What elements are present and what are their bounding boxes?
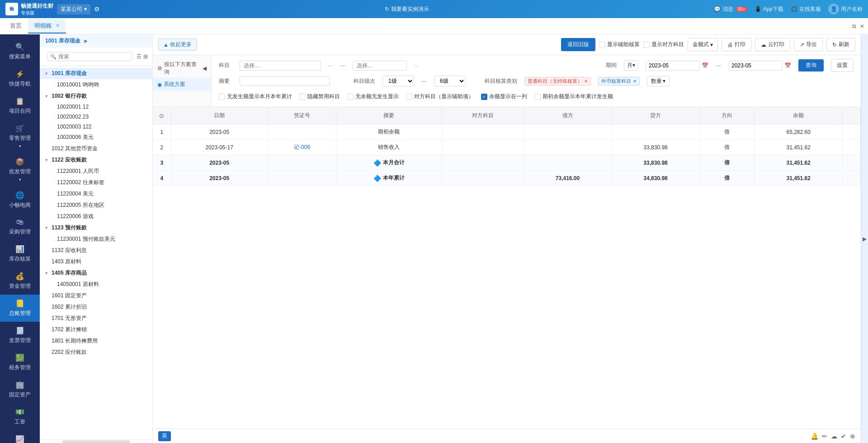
currency-dropdown[interactable]: 金额式 ▾ — [688, 38, 718, 51]
sidebar-item-search[interactable]: 🔍 搜索菜单 — [0, 38, 40, 65]
cb-balance-one-col[interactable]: ✓ 余额显示在一列 — [481, 93, 527, 100]
sidebar-item-invoice[interactable]: 🧾 发票管理 — [0, 322, 40, 349]
tree-node-14050001[interactable]: 14050001 原材料 — [40, 279, 152, 290]
nav-arrow-icon[interactable]: ➤ — [83, 38, 88, 44]
tree-node-1122[interactable]: ▾ 1122 应收账款 — [40, 154, 152, 166]
row-voucher-2[interactable]: 记-006 — [268, 140, 336, 155]
sidebar-item-business[interactable]: 📈 经营管理 — [0, 430, 40, 443]
tag-foreign-close[interactable]: ✕ — [633, 79, 637, 84]
cb-no-balance[interactable]: 无余额无发生显示 — [347, 93, 399, 100]
refresh-btn[interactable]: ↻ 刷新 — [826, 38, 855, 51]
tree-node-1602[interactable]: 1602 累计折旧 — [40, 301, 152, 313]
tree-node-1132[interactable]: 1132 应收利息 — [40, 245, 152, 256]
tree-node-10020001[interactable]: 10020001 12 — [40, 102, 152, 112]
tree-node-11220001[interactable]: 11220001 人民币 — [40, 166, 152, 177]
cloud-print-btn[interactable]: ☁ 云打印 — [755, 38, 790, 51]
app-download-action[interactable]: 📱 App下载 — [755, 5, 783, 13]
tree-node-11220005[interactable]: 11220005 所在地区 — [40, 200, 152, 211]
export-btn[interactable]: ↗ 导出 — [794, 38, 823, 51]
table-settings-icon[interactable]: ⚙ — [159, 112, 165, 119]
tree-list-icon[interactable]: ☰ — [136, 52, 142, 61]
tree-search-input[interactable] — [58, 53, 129, 60]
tab-home[interactable]: 首页 — [4, 19, 28, 33]
tag-foreign[interactable]: 外币核算科目 ✕ — [598, 77, 640, 86]
tab-window-icon[interactable]: ⧉ — [852, 23, 856, 29]
tree-node-11220004[interactable]: 11220004 美元 — [40, 188, 152, 200]
period-to-input[interactable] — [728, 61, 783, 71]
tree-node-1801[interactable]: 1801 长期待摊费用 — [40, 335, 152, 347]
cb-hide-disabled[interactable]: 隐藏禁用科目 — [299, 93, 340, 100]
sidebar-item-inventory[interactable]: 📊 库存核算 — [0, 240, 40, 267]
right-collapse-panel[interactable]: ▶ — [861, 34, 868, 443]
show-aux-checkbox[interactable]: 显示辅助核算 — [599, 41, 640, 48]
quantity-dropdown[interactable]: 数量 ▾ — [647, 76, 670, 86]
system-scheme-item[interactable]: ◉ 系统方案 — [153, 78, 211, 91]
summary-input[interactable] — [240, 76, 330, 86]
tree-node-1702[interactable]: 1702 累计摊销 — [40, 324, 152, 335]
period-from-input[interactable] — [646, 61, 700, 71]
tree-node-10020003[interactable]: 10020003 122 — [40, 122, 152, 132]
demo-link[interactable]: ↻ 我要看实例演示 — [100, 5, 714, 13]
account-filter-input2[interactable] — [353, 61, 407, 71]
expand-more-btn[interactable]: ▲ 收起更多 — [158, 38, 197, 51]
level-from-select[interactable]: 1级2级3级 — [382, 76, 414, 86]
tree-node-11220002[interactable]: 11220002 往来标签 — [40, 177, 152, 188]
message-action[interactable]: 💬 消息 99+ — [714, 5, 747, 13]
sidebar-item-ledger[interactable]: 📒 总账管理 — [0, 295, 40, 322]
setting-btn[interactable]: 设置 — [831, 59, 854, 72]
user-menu[interactable]: 👤 用户名称 — [828, 4, 863, 14]
sidebar-item-salary[interactable]: 💵 工资 — [0, 403, 40, 430]
tab-ledger[interactable]: 明细账 ✕ — [28, 19, 66, 33]
voucher-link[interactable]: 记-006 — [294, 144, 310, 150]
sidebar-item-capital[interactable]: 💰 资金管理 — [0, 267, 40, 295]
tree-expand-icon[interactable]: ⊞ — [142, 52, 149, 61]
tab-close-icon[interactable]: ✕ — [56, 23, 60, 29]
tree-node-11230001[interactable]: 11230001 预付账款美元 — [40, 233, 152, 245]
scheme-collapse-icon[interactable]: ◀ — [203, 65, 207, 71]
gear-icon[interactable]: ⚙ — [94, 5, 100, 13]
sidebar-item-purchase[interactable]: 🛍 采购管理 — [0, 214, 40, 240]
tree-node-10020002[interactable]: 10020002 23 — [40, 112, 152, 122]
tag-normal-close[interactable]: ✕ — [584, 79, 588, 84]
status-cloud-icon[interactable]: ☁ — [831, 433, 837, 440]
cb-opening-ytd[interactable]: 期初余额显示本年累计发生额 — [534, 93, 613, 100]
sidebar-item-wholesale[interactable]: 📦 批发管理 ▾ — [0, 153, 40, 186]
back-to-old-btn[interactable]: 退回旧版 — [561, 38, 595, 51]
status-notification-icon[interactable]: 🔔 — [811, 433, 818, 440]
tab-close-all-icon[interactable]: ✕ — [860, 23, 864, 29]
sidebar-item-tax[interactable]: 💹 税务管理 — [0, 349, 40, 376]
status-add-icon[interactable]: ⊕ — [850, 433, 855, 440]
tree-node-1403[interactable]: 1403 原材料 — [40, 256, 152, 267]
tree-node-1123[interactable]: ▾ 1123 预付账款 — [40, 222, 152, 233]
sidebar-item-project[interactable]: 📋 项目合同 — [0, 92, 40, 119]
calendar-to-icon[interactable]: 📅 — [784, 62, 791, 69]
tree-node-2202[interactable]: 2202 应付账款 — [40, 347, 152, 358]
company-dropdown[interactable]: 某某公司 ▾ — [57, 4, 90, 14]
online-service-action[interactable]: 🎧 在线客服 — [791, 5, 821, 13]
level-to-select[interactable]: 6级1级2级 — [434, 76, 466, 86]
scheme-settings-icon[interactable]: ⚙ — [157, 65, 162, 71]
cb-counter-account[interactable]: 对方科目（显示辅助项） — [406, 93, 474, 100]
query-btn[interactable]: 查询 — [798, 59, 824, 71]
status-check-icon[interactable]: ✔ — [841, 433, 846, 440]
cb-no-amount[interactable]: 无发生额显示本月本年累计 — [219, 93, 292, 100]
tree-node-1601[interactable]: 1601 固定资产 — [40, 290, 152, 301]
cn-en-toggle[interactable]: 英 — [158, 431, 171, 441]
tag-normal[interactable]: 普通科目（无特殊核算） ✕ — [524, 77, 591, 86]
period-type-dropdown[interactable]: 月▾ — [624, 60, 638, 71]
tree-node-1405[interactable]: ▾ 1405 库存商品 — [40, 267, 152, 279]
tree-node-1012[interactable]: 1012 其他货币资金 — [40, 143, 152, 154]
sidebar-item-quicknav[interactable]: ⚡ 快捷导航 — [0, 65, 40, 92]
status-edit-icon[interactable]: ✏ — [822, 433, 827, 440]
account-filter-input[interactable] — [240, 61, 321, 71]
print-btn[interactable]: 🖨 打印 — [722, 38, 751, 51]
sidebar-item-retail[interactable]: 🛒 零售管理 ▾ — [0, 119, 40, 153]
tree-node-1701[interactable]: 1701 无形资产 — [40, 313, 152, 324]
sidebar-item-assets[interactable]: 🏢 固定资产 — [0, 376, 40, 403]
show-counter-checkbox[interactable]: 显示对方科目 — [643, 41, 684, 48]
tree-node-11220006[interactable]: 11220006 游戏 — [40, 211, 152, 222]
tree-node-1002[interactable]: ▾ 1002 银行存款 — [40, 91, 152, 102]
sidebar-item-ecommerce[interactable]: 🌐 小畅电商 — [0, 186, 40, 214]
tree-node-1001[interactable]: ▾ 1001 库存现金 — [40, 68, 152, 79]
calendar-from-icon[interactable]: 📅 — [702, 62, 708, 69]
